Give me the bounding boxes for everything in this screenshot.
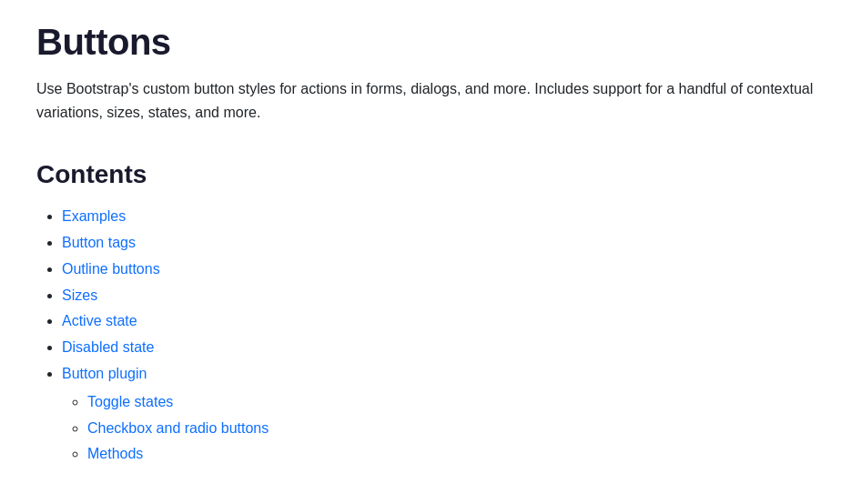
link-button-tags[interactable]: Button tags [62,235,136,250]
list-item: Methods [87,441,826,468]
link-checkbox-radio[interactable]: Checkbox and radio buttons [87,420,269,436]
link-outline-buttons[interactable]: Outline buttons [62,261,160,277]
list-item: Sizes [62,283,826,309]
contents-heading: Contents [36,160,826,189]
contents-list: Examples Button tags Outline buttons Siz… [36,204,826,468]
link-toggle-states[interactable]: Toggle states [87,394,173,409]
link-sizes[interactable]: Sizes [62,287,97,303]
list-item: Examples [62,204,826,230]
link-methods[interactable]: Methods [87,446,143,461]
list-item: Checkbox and radio buttons [87,416,826,442]
link-button-plugin[interactable]: Button plugin [62,366,147,381]
link-active-state[interactable]: Active state [62,313,137,328]
page-title: Buttons [36,22,826,63]
list-item: Toggle states [87,389,826,416]
nested-list: Toggle states Checkbox and radio buttons… [62,389,826,468]
list-item: Active state [62,308,826,335]
list-item: Button tags [62,230,826,257]
list-item: Button plugin Toggle states Checkbox and… [62,361,826,468]
list-item: Outline buttons [62,257,826,283]
list-item: Disabled state [62,335,826,361]
link-examples[interactable]: Examples [62,208,126,224]
link-disabled-state[interactable]: Disabled state [62,339,154,355]
page-description: Use Bootstrap's custom button styles for… [36,77,826,124]
